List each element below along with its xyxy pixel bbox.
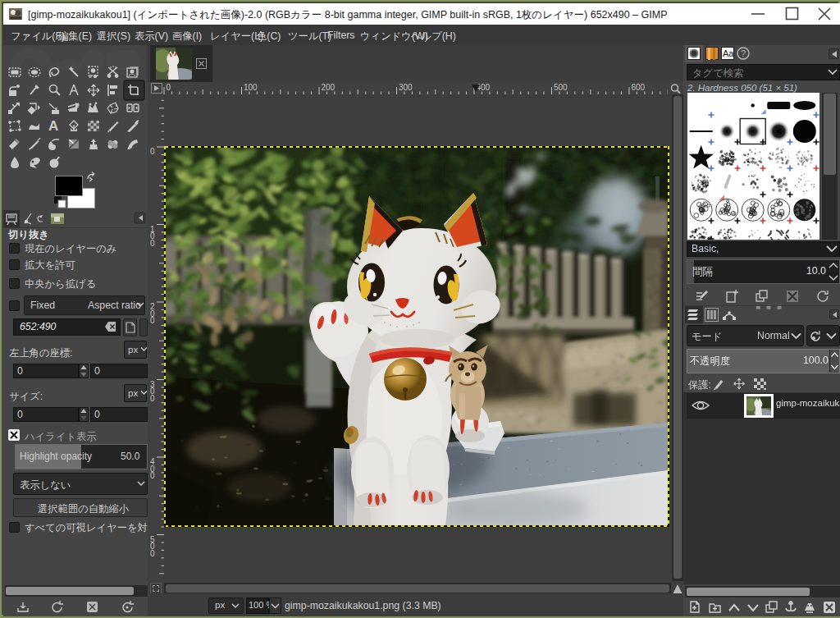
svg-text:600: 600	[632, 83, 646, 92]
svg-text:A: A	[48, 118, 58, 134]
svg-text:300: 300	[399, 83, 413, 92]
svg-text:?: ?	[741, 48, 746, 58]
svg-text:200: 200	[322, 83, 336, 92]
svg-text:0: 0	[150, 471, 155, 480]
svg-text:0: 0	[150, 239, 155, 248]
svg-text:0: 0	[150, 549, 155, 558]
svg-text:500: 500	[554, 83, 568, 92]
svg-text:Aa: Aa	[723, 48, 734, 58]
svg-text:0: 0	[150, 394, 155, 403]
svg-text:100: 100	[244, 83, 258, 92]
svg-text:0: 0	[150, 316, 155, 325]
svg-text:0: 0	[167, 83, 171, 92]
svg-text:0: 0	[150, 147, 155, 156]
